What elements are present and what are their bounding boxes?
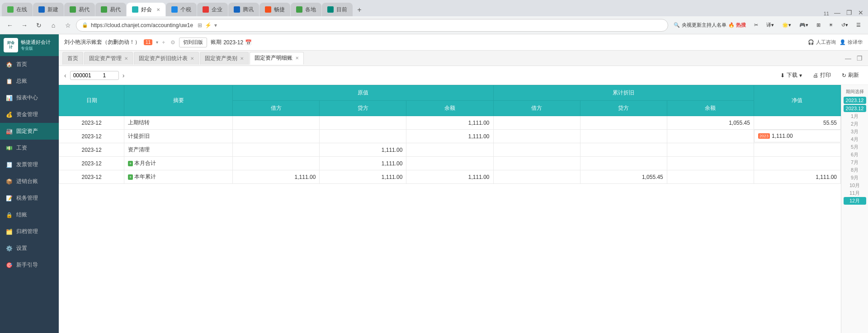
new-tab-button[interactable]: +	[353, 4, 366, 16]
header-dep-debit: 借方	[493, 101, 580, 116]
prev-page-button[interactable]: ‹	[64, 72, 66, 79]
sidebar-item-fixed-assets[interactable]: 🏭 固定资产	[0, 123, 59, 140]
period-month-10[interactable]: 10月	[844, 182, 866, 189]
grid-button[interactable]: ⊞	[813, 19, 824, 32]
support-button[interactable]: 🎧 人工咨询	[808, 39, 836, 46]
tab-label: 易代	[110, 6, 121, 14]
browser-tab-haokuai[interactable]: 好会 ✕	[127, 3, 165, 16]
sidebar-item-general-ledger[interactable]: 📋 总账	[0, 73, 59, 89]
address-bar[interactable]: 🔒 https://cloud.chanjet.com/accounting/u…	[76, 19, 668, 32]
browser-tab-gedi[interactable]: 各地	[291, 3, 321, 16]
period-month-5[interactable]: 5月	[844, 143, 866, 151]
period-start-date[interactable]: 2023.12	[844, 97, 866, 104]
browser-tab-new[interactable]: 新建	[33, 3, 64, 16]
tab-fixed-assets-dep-close[interactable]: ✕	[190, 56, 194, 61]
browser-tab-muqian[interactable]: 目前	[322, 3, 353, 16]
browser-tab-tengxun[interactable]: 腾讯	[228, 3, 259, 16]
sidebar-item-payroll[interactable]: 💵 工资	[0, 140, 59, 156]
sidebar-item-inventory[interactable]: 📦 进销台账	[0, 173, 59, 190]
content-maximize-icon[interactable]: ❐	[855, 55, 864, 62]
next-page-button[interactable]: ›	[123, 72, 125, 79]
sidebar-item-closing[interactable]: 🔒 结账	[0, 206, 59, 223]
account-dropdown-icon[interactable]: ▾	[156, 40, 158, 45]
period-end-date[interactable]: 2023.12	[844, 105, 866, 112]
browser-tab-changjie[interactable]: 畅捷	[259, 3, 290, 16]
history-button[interactable]: ↺▾	[838, 19, 852, 32]
cell-orig-debit	[233, 130, 320, 143]
calendar-icon[interactable]: 📅	[245, 39, 252, 46]
cell-dep-credit	[580, 116, 667, 130]
period-month-3[interactable]: 3月	[844, 128, 866, 136]
cell-dep-credit: 1,055.45	[580, 170, 667, 184]
minimize-button[interactable]: —	[831, 9, 843, 16]
sidebar-item-settings[interactable]: ⚙️ 设置	[0, 240, 59, 257]
content-minimize-icon[interactable]: —	[843, 55, 853, 62]
period-month-8[interactable]: 8月	[844, 166, 866, 174]
table-body: 2023-12 上期结转 1,111.00 1,055.45 55.55	[59, 116, 841, 184]
settings-gear-icon[interactable]: ⚙	[170, 39, 175, 46]
wallet-button[interactable]: 🌟▾	[778, 19, 795, 32]
cell-orig-debit: 1,111.00	[233, 170, 320, 184]
expand-address-icon[interactable]: ▾	[214, 22, 217, 28]
scissors-button[interactable]: ✂	[750, 19, 762, 32]
close-window-button[interactable]: ✕	[855, 9, 866, 16]
tab-fixed-assets-mgmt-close[interactable]: ✕	[124, 56, 128, 61]
tab-fixed-assets-detail[interactable]: 固定资产明细账 ✕	[250, 52, 304, 65]
period-month-2[interactable]: 2月	[844, 120, 866, 128]
cell-summary: +本年累计	[124, 170, 233, 184]
search-news-button[interactable]: 🔍 央视更新主持人名单 🔥 热搜	[670, 19, 750, 32]
period-month-11[interactable]: 11月	[844, 189, 866, 197]
sidebar-item-fund[interactable]: 💰 资金管理	[0, 106, 59, 123]
sidebar-header: 好会计 畅捷通好会计 专业版	[0, 34, 59, 56]
theme-button[interactable]: ☀	[825, 19, 837, 32]
browser-tab-yidai1[interactable]: 易代	[64, 3, 95, 16]
cell-dep-credit	[580, 143, 667, 157]
forward-button[interactable]: →	[18, 19, 31, 32]
cell-date: 2023-12	[59, 116, 124, 130]
restore-old-version-button[interactable]: 切到旧版	[179, 38, 207, 47]
browser-tab-qiye[interactable]: 企业	[197, 3, 228, 16]
sidebar-item-reports[interactable]: 📊 报表中心	[0, 89, 59, 106]
refresh-button[interactable]: ↻	[33, 19, 45, 32]
period-month-7[interactable]: 7月	[844, 159, 866, 166]
print-button[interactable]: 🖨 打印	[809, 70, 835, 81]
sidebar-item-invoice[interactable]: 🧾 发票管理	[0, 156, 59, 173]
translate-button[interactable]: 译▾	[763, 19, 778, 32]
period-month-9[interactable]: 9月	[844, 174, 866, 182]
browser-tab-online[interactable]: 在线	[2, 3, 33, 16]
account-badge: 11	[144, 39, 152, 45]
sidebar-item-guide[interactable]: 🎯 新手引导	[0, 257, 59, 273]
period-month-12[interactable]: 12月	[844, 197, 866, 205]
tab-fixed-assets-cat[interactable]: 固定资产类别 ✕	[200, 52, 249, 65]
home-nav-button[interactable]: ⌂	[47, 19, 60, 32]
refresh-data-button[interactable]: ↻ 刷新	[838, 70, 863, 81]
menu-button[interactable]: ☰	[853, 19, 864, 32]
back-button[interactable]: ←	[4, 19, 16, 32]
bookmark-button[interactable]: ☆	[61, 19, 74, 32]
period-month-6[interactable]: 6月	[844, 151, 866, 159]
tab-close-icon[interactable]: ✕	[156, 7, 160, 12]
sidebar-item-home[interactable]: 🏠 首页	[0, 56, 59, 73]
game-button[interactable]: 🎮▾	[796, 19, 812, 32]
period-month-4[interactable]: 4月	[844, 136, 866, 143]
row-label: +本年累计	[128, 173, 229, 181]
period-month-1[interactable]: 1月	[844, 113, 866, 120]
cell-dep-balance	[667, 170, 754, 184]
tab-home[interactable]: 首页	[62, 52, 83, 65]
tab-fixed-assets-cat-close[interactable]: ✕	[240, 56, 244, 61]
tab-fixed-assets-mgmt[interactable]: 固定资产管理 ✕	[84, 52, 133, 65]
nav-actions: 🔍 央视更新主持人名单 🔥 热搜 ✂ 译▾ 🌟▾ 🎮▾ ⊞ ☀ ↺▾ ☰	[670, 19, 864, 32]
browser-tab-yidai2[interactable]: 易代	[95, 3, 126, 16]
add-account-button[interactable]: +	[162, 39, 165, 46]
user-button[interactable]: 👤 徐译华	[840, 39, 863, 46]
sidebar-item-archive[interactable]: 🗂️ 归档管理	[0, 223, 59, 240]
download-button[interactable]: ⬇ 下载 ▾	[777, 70, 806, 81]
sidebar-item-tax[interactable]: 📝 税务管理	[0, 190, 59, 206]
browser-tab-geshui[interactable]: 个税	[166, 3, 197, 16]
page-index-input[interactable]	[93, 72, 116, 79]
maximize-button[interactable]: ❐	[844, 9, 855, 16]
tab-label: 企业	[212, 6, 222, 14]
tab-fixed-assets-detail-close[interactable]: ✕	[295, 56, 299, 61]
tab-fixed-assets-dep[interactable]: 固定资产折旧统计表 ✕	[134, 52, 199, 65]
cell-orig-debit	[233, 116, 320, 130]
